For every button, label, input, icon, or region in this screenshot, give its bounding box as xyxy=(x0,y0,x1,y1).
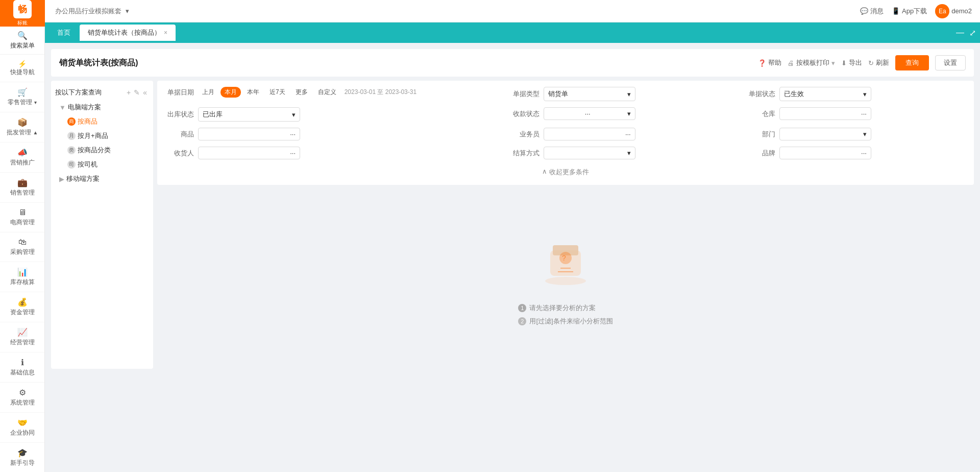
sidebar-quick-nav[interactable]: ⚡ 快捷导航 xyxy=(0,55,44,82)
export-button[interactable]: ⬇ 导出 xyxy=(841,58,862,67)
brand-control: ··· xyxy=(779,147,966,159)
sidebar-item-wholesale[interactable]: 📦 批发管理 ▲ xyxy=(0,112,44,143)
child-icon-driver: 司 xyxy=(67,160,76,169)
brand-label: 品牌 xyxy=(747,149,775,158)
tab-max-icon[interactable]: ⤢ xyxy=(969,28,976,38)
tree-child-by-month-goods[interactable]: 月 按月+商品 xyxy=(55,129,153,143)
doc-status-select[interactable]: 已生效 ▾ xyxy=(779,87,871,101)
receipt-status-dots: ··· xyxy=(585,110,591,117)
tree-child-by-goods[interactable]: 商 按商品 xyxy=(55,114,153,129)
filter-item-out-status: 出库状态 已出库 ▾ xyxy=(165,107,494,122)
date-tab-this-month[interactable]: 本月 xyxy=(220,87,241,98)
setting-button[interactable]: 设置 xyxy=(935,55,966,70)
sidebar-item-retail[interactable]: 🛒 零售管理 ▾ xyxy=(0,82,44,112)
warehouse-control: ··· xyxy=(779,107,966,120)
doc-status-value: 已生效 xyxy=(784,89,804,99)
filter-item-staff: 业务员 ··· xyxy=(511,128,730,140)
receiver-control: ··· xyxy=(198,147,494,159)
left-panel-icons: + ✎ « xyxy=(127,88,147,97)
doc-type-select[interactable]: 销货单 ▾ xyxy=(544,87,635,101)
sidebar-item-inventory[interactable]: 📊 库存核算 xyxy=(0,262,44,292)
refresh-icon: ↻ xyxy=(868,59,874,67)
tab-close-icon[interactable]: × xyxy=(164,29,167,36)
staff-select[interactable]: ··· xyxy=(544,128,635,140)
date-tab-custom[interactable]: 自定义 xyxy=(314,87,340,98)
sidebar-item-enterprise[interactable]: 🤝 企业协同 xyxy=(0,413,44,443)
tree-child-by-category[interactable]: 类 按商品分类 xyxy=(55,143,153,157)
collapse-panel-icon[interactable]: « xyxy=(143,88,147,97)
payment-label: 结算方式 xyxy=(511,149,540,158)
receiver-select[interactable]: ··· xyxy=(198,147,300,159)
tree-child-by-driver[interactable]: 司 按司机 xyxy=(55,157,153,172)
dept-select[interactable]: ▾ xyxy=(779,128,871,140)
date-tabs: 上月 本月 本年 近7天 更多 自定义 xyxy=(198,87,340,98)
help-button[interactable]: ❓ 帮助 xyxy=(758,58,781,67)
sidebar-search[interactable]: 🔍 搜索菜单 xyxy=(0,27,44,55)
sidebar-item-finance[interactable]: 💰 资金管理 xyxy=(0,292,44,322)
filter-item-receipt-status: 收款状态 ··· ▾ xyxy=(511,107,730,120)
tab-min-icon[interactable]: — xyxy=(956,28,964,37)
receipt-status-arrow: ▾ xyxy=(627,110,631,117)
edit-scheme-icon[interactable]: ✎ xyxy=(134,88,140,97)
topbar: 办公用品行业模拟账套 ▾ 💬 消息 📱 App下载 Ea demo2 xyxy=(45,0,980,22)
sidebar-item-sales[interactable]: 💼 销售管理 xyxy=(0,173,44,203)
tree-parent-mobile[interactable]: ▶ 移动端方案 xyxy=(55,172,153,186)
goods-select[interactable]: ··· xyxy=(198,128,300,140)
staff-dots: ··· xyxy=(625,130,631,138)
tree-arrow-mobile: ▶ xyxy=(59,175,64,183)
tree-parent-desktop[interactable]: ▼ 电脑端方案 xyxy=(55,100,153,114)
date-tab-this-year[interactable]: 本年 xyxy=(243,87,263,98)
left-panel: 按以下方案查询 + ✎ « ▼ 电脑端方案 商 按商品 xyxy=(51,81,153,369)
sidebar-item-operations[interactable]: 📈 经营管理 xyxy=(0,322,44,352)
date-label: 单据日期 xyxy=(165,88,194,97)
collapse-arrow: ∧ xyxy=(542,168,547,177)
quick-nav-label: 快捷导航 xyxy=(10,68,35,77)
receipt-status-select[interactable]: ··· ▾ xyxy=(544,107,635,120)
sidebar-item-basic-info[interactable]: ℹ 基础信息 xyxy=(0,352,44,383)
sidebar-logo: 畅 标账 xyxy=(0,0,45,27)
app-label: App下载 xyxy=(902,7,927,16)
out-status-select[interactable]: 已出库 ▾ xyxy=(198,107,300,122)
page-actions: ❓ 帮助 🖨 按模板打印 ▾ ⬇ 导出 ↻ 刷新 查询 设置 xyxy=(758,55,966,70)
filter-item-warehouse: 仓库 ··· xyxy=(747,107,966,120)
help-icon: ❓ xyxy=(758,59,766,67)
sidebar-item-system[interactable]: ⚙ 系统管理 xyxy=(0,383,44,413)
tab-home[interactable]: 首页 xyxy=(49,25,79,41)
logo-icon: 畅 xyxy=(13,0,32,18)
print-label: 按模板打印 xyxy=(796,58,829,67)
print-button[interactable]: 🖨 按模板打印 ▾ xyxy=(788,58,835,67)
out-status-value: 已出库 xyxy=(203,110,223,119)
payment-select[interactable]: ▾ xyxy=(544,147,635,159)
warehouse-select[interactable]: ··· xyxy=(779,107,871,120)
receiver-label: 收货人 xyxy=(165,149,194,158)
date-tab-more[interactable]: 更多 xyxy=(291,87,312,98)
sidebar-item-marketing[interactable]: 📣 营销推广 xyxy=(0,143,44,173)
empty-tip-2: 用[过滤]条件来缩小分析范围 xyxy=(529,315,612,328)
doc-type-label: 单据类型 xyxy=(511,89,540,99)
brand-select[interactable]: ··· xyxy=(779,147,871,159)
date-tab-7days[interactable]: 近7天 xyxy=(265,87,289,98)
doc-type-control: 销货单 ▾ xyxy=(544,87,730,101)
out-status-label: 出库状态 xyxy=(165,110,194,119)
app-download-button[interactable]: 📱 App下载 xyxy=(892,7,927,16)
sidebar-item-guide[interactable]: 🎓 新手引导 xyxy=(0,443,44,472)
collapse-row[interactable]: ∧ 收起更多条件 xyxy=(165,166,966,179)
date-tab-last-month[interactable]: 上月 xyxy=(198,87,218,98)
receipt-status-control: ··· ▾ xyxy=(544,107,730,120)
sidebar-item-ecommerce[interactable]: 🖥 电商管理 xyxy=(0,203,44,232)
collapse-label: 收起更多条件 xyxy=(549,168,589,177)
add-scheme-icon[interactable]: + xyxy=(127,88,131,97)
tab-active[interactable]: 销货单统计表（按商品） × xyxy=(80,25,176,41)
user-menu[interactable]: Ea demo2 xyxy=(935,4,972,18)
message-icon: 💬 xyxy=(860,7,868,15)
refresh-button[interactable]: ↻ 刷新 xyxy=(868,58,889,67)
tip-circle-2: 2 xyxy=(518,317,526,325)
sidebar-item-purchase[interactable]: 🛍 采购管理 xyxy=(0,232,44,262)
breadcrumb-arrow[interactable]: ▾ xyxy=(126,7,129,15)
main-content: 办公用品行业模拟账套 ▾ 💬 消息 📱 App下载 Ea demo2 首页 xyxy=(45,0,980,472)
query-button[interactable]: 查询 xyxy=(895,55,929,70)
message-button[interactable]: 💬 消息 xyxy=(860,7,884,16)
filter-row-2: 出库状态 已出库 ▾ 收款状态 xyxy=(165,107,966,122)
filter-item-payment: 结算方式 ▾ xyxy=(511,147,730,159)
page-title: 销货单统计表(按商品) xyxy=(59,58,138,68)
